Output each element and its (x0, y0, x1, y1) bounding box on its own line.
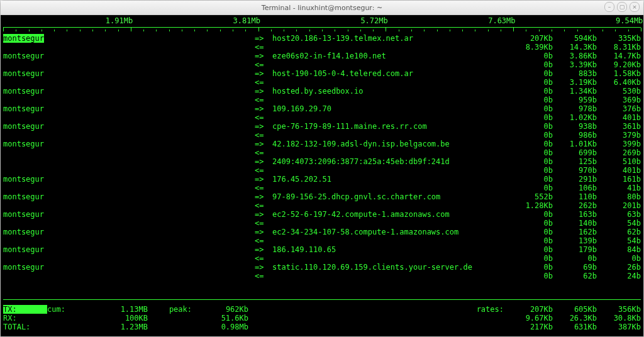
rate-col-1: 0b (509, 148, 553, 157)
direction-arrow: <= (255, 272, 272, 280)
local-host (3, 96, 255, 104)
total-peak: 0.98Mb (192, 323, 248, 331)
scale-mark (641, 28, 641, 31)
local-host: montsegur (3, 122, 255, 131)
direction-arrow: <= (255, 78, 272, 87)
remote-host: static.110.120.69.159.clients.your-serve… (272, 263, 509, 272)
connection-row: montsegur=>ec2-52-6-197-42.compute-1.ama… (3, 210, 641, 219)
rate-col-1: 0b (509, 228, 553, 236)
remote-host: 42.182-132-109.adsl-dyn.isp.belgacom.be (272, 140, 509, 148)
rate-col-3: 54b (597, 219, 641, 228)
connection-row: montsegur=>host-190-105-0-4.telered.com.… (3, 69, 641, 78)
rate-col-2: 106b (553, 184, 597, 192)
rate-col-1: 0b (509, 78, 553, 87)
local-host (3, 148, 255, 157)
rate-col-3: 530b (597, 87, 641, 96)
local-host: montsegur (3, 245, 255, 254)
local-host: montsegur (3, 192, 255, 201)
direction-arrow: <= (255, 113, 272, 122)
connection-row: <=0b970b401b (3, 166, 641, 175)
direction-arrow: <= (255, 254, 272, 263)
local-host (3, 131, 255, 140)
local-host: montsegur (3, 104, 255, 113)
remote-host (272, 60, 509, 69)
remote-host: 176.45.202.51 (272, 175, 509, 184)
rate-col-1: 0b (509, 52, 553, 60)
direction-arrow: <= (255, 166, 272, 175)
direction-arrow: <= (255, 60, 272, 69)
local-host: montsegur (3, 87, 255, 96)
rate-col-1: 0b (509, 131, 553, 140)
rate-col-2: 291b (553, 175, 597, 184)
local-host: montsegur (3, 263, 255, 272)
maximize-button[interactable]: ▢ (617, 2, 627, 12)
local-host: montsegur (3, 69, 255, 78)
rate-col-2: 959b (553, 96, 597, 104)
local-host: montsegur (3, 228, 255, 236)
tx-rate-1: 207Kb (509, 305, 553, 314)
rate-col-3: 379b (597, 131, 641, 140)
rate-col-1: 0b (509, 69, 553, 78)
tx-rate-3: 356Kb (597, 305, 641, 314)
remote-host: ec2-52-6-197-42.compute-1.amazonaws.com (272, 210, 509, 219)
rate-col-2: 883b (553, 69, 597, 78)
minimize-button[interactable]: – (604, 2, 614, 12)
scale-label: 5.72Mb (360, 16, 387, 25)
rate-col-2: 162b (553, 228, 597, 236)
direction-arrow: <= (255, 184, 272, 192)
remote-host (272, 236, 509, 245)
connection-row: <=0b699b269b (3, 148, 641, 157)
direction-arrow: => (255, 52, 272, 60)
rate-col-1: 0b (509, 254, 553, 263)
rate-col-2: 699b (553, 148, 597, 157)
direction-arrow: => (255, 34, 272, 43)
remote-host: 97-89-156-25.dhcp.gnvl.sc.charter.com (272, 192, 509, 201)
total-rate-3: 387Kb (597, 323, 641, 331)
rx-rate-3: 30.8Kb (597, 314, 641, 323)
rate-col-1: 8.39Kb (509, 43, 553, 52)
rate-col-2: 986b (553, 131, 597, 140)
connection-row: montsegur=>host20.186-13-139.telmex.net.… (3, 34, 641, 43)
tx-rate-2: 605Kb (553, 305, 597, 314)
scale-mark (131, 28, 131, 31)
local-host (3, 60, 255, 69)
connection-row: montsegur=>176.45.202.510b291b161b (3, 175, 641, 184)
remote-host: ec2-34-234-107-58.compute-1.amazonaws.co… (272, 228, 509, 236)
local-host: montsegur (3, 140, 255, 148)
connection-row: <=0b62b24b (3, 272, 641, 280)
rate-col-3: 54b (597, 236, 641, 245)
window-title: Terminal - linuxhint@montsegur: ~ (262, 4, 382, 12)
rate-col-3: 84b (597, 245, 641, 254)
connection-row: <=0b0b0b (3, 254, 641, 263)
connection-row: montsegur=>97-89-156-25.dhcp.gnvl.sc.cha… (3, 192, 641, 201)
connection-row: montsegur=>ec2-34-234-107-58.compute-1.a… (3, 228, 641, 236)
rate-col-3: 14.7Kb (597, 52, 641, 60)
rx-rate-2: 26.3Kb (553, 314, 597, 323)
rate-col-2: 110b (553, 192, 597, 201)
rate-col-2: 3.39Kb (553, 60, 597, 69)
rate-col-3: 24b (597, 272, 641, 280)
rate-col-1: 0b (509, 140, 553, 148)
close-button[interactable]: × (630, 2, 640, 12)
rate-col-3: 361b (597, 122, 641, 131)
local-host (3, 157, 255, 166)
rate-col-2: 3.19Kb (553, 78, 597, 87)
rate-col-2: 14.3Kb (553, 43, 597, 52)
local-host (3, 78, 255, 87)
tx-cum: 1.13MB (91, 305, 148, 314)
connection-row: =>2409:4073:2096:3877:a25a:45eb:db9f:241… (3, 157, 641, 166)
rate-col-1: 0b (509, 245, 553, 254)
rate-col-2: 62b (553, 272, 597, 280)
local-host (3, 113, 255, 122)
rate-col-2: 1.01Kb (553, 140, 597, 148)
scale-mark (386, 28, 386, 31)
remote-host: 2409:4073:2096:3877:a25a:45eb:db9f:241d (272, 157, 509, 166)
remote-host (272, 184, 509, 192)
connection-row: montsegur=>cpe-76-179-89-111.maine.res.r… (3, 122, 641, 131)
terminal-content[interactable]: 1.91Mb3.81Mb5.72Mb7.63Mb9.54Mb montsegur… (1, 15, 643, 336)
rate-col-3: 63b (597, 210, 641, 219)
connection-row: <=0b139b54b (3, 236, 641, 245)
total-rate-2: 631Kb (553, 323, 597, 331)
connection-row: montsegur=>109.169.29.700b978b376b (3, 104, 641, 113)
remote-host (272, 254, 509, 263)
